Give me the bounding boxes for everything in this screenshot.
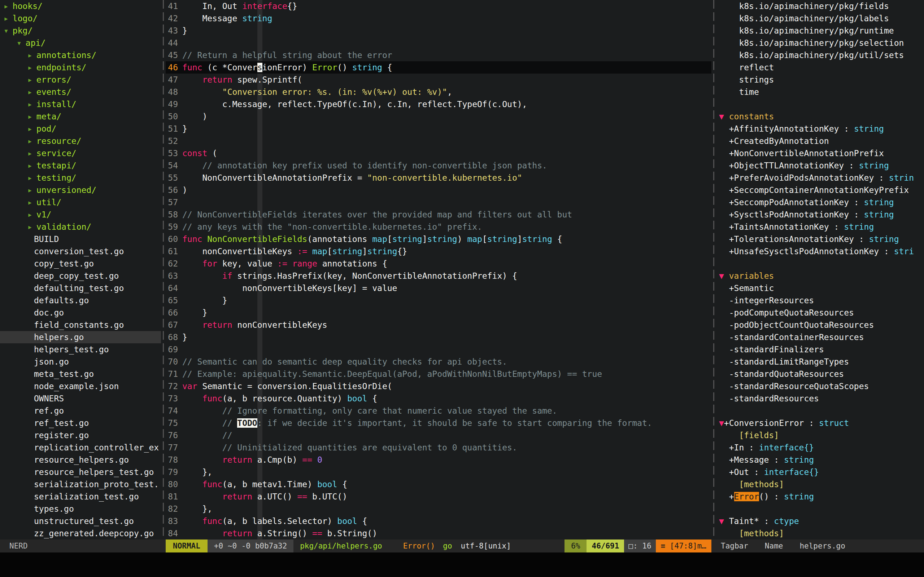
tree-file-copy_test.go[interactable]: copy_test.go: [0, 258, 161, 270]
tree-file-helpers_test.go[interactable]: helpers_test.go: [0, 343, 161, 356]
tree-file-defaulting_test.go[interactable]: defaulting_test.go: [0, 282, 161, 294]
tree-file-deep_copy_test.go[interactable]: deep_copy_test.go: [0, 270, 161, 282]
tree-dir-install[interactable]: ▸install/: [0, 98, 161, 110]
tag-row[interactable]: reflect: [716, 61, 924, 74]
tag-row[interactable]: +Error() : string: [716, 490, 924, 503]
tag-row[interactable]: k8s.io/apimachinery/pkg/runtime: [716, 24, 924, 37]
tag-row[interactable]: -integerResources: [716, 294, 924, 306]
tree-file-resource_helpers_test.go[interactable]: resource_helpers_test.go: [0, 466, 161, 478]
code-line-50[interactable]: 50 ): [166, 110, 711, 122]
code-line-75[interactable]: 75 // TODO: if we decide it's important,…: [166, 417, 711, 429]
tag-row[interactable]: +TolerationsAnnotationKey : string: [716, 233, 924, 245]
code-line-79[interactable]: 79 },: [166, 466, 711, 478]
fold-arrow-icon[interactable]: ▼: [719, 112, 724, 121]
tag-row[interactable]: ▼ Taint* : ctype: [716, 515, 924, 527]
tree-dir-errors[interactable]: ▸errors/: [0, 74, 161, 86]
tree-dir-testapi[interactable]: ▸testapi/: [0, 160, 161, 172]
tree-file-conversion_test.go[interactable]: conversion_test.go: [0, 245, 161, 258]
code-line-80[interactable]: 80 func(a, b metav1.Time) bool {: [166, 478, 711, 490]
code-line-56[interactable]: 56): [166, 184, 711, 196]
editor-pane[interactable]: 41 In, Out interface{}42 Message string4…: [166, 0, 711, 540]
tag-row[interactable]: +Out : interface{}: [716, 466, 924, 478]
expand-icon[interactable]: ▸: [3, 14, 9, 23]
tag-row[interactable]: +PreferAvoidPodsAnnotationKey : strin: [716, 172, 924, 184]
expand-icon[interactable]: ▸: [27, 210, 32, 219]
tree-file-helpers.go[interactable]: helpers.go: [0, 331, 161, 343]
tree-file-unstructured_test.go[interactable]: unstructured_test.go: [0, 515, 161, 527]
tag-row[interactable]: ▼+ConversionError : struct: [716, 417, 924, 429]
tree-file-serialization_test.go[interactable]: serialization_test.go: [0, 490, 161, 503]
tree-dir-unversioned[interactable]: ▸unversioned/: [0, 184, 161, 196]
tag-row[interactable]: [fields]: [716, 429, 924, 442]
expand-icon[interactable]: ▸: [27, 124, 32, 134]
tree-file-BUILD[interactable]: BUILD: [0, 233, 161, 245]
tree-dir-hooks[interactable]: ▸hooks/: [0, 0, 161, 12]
tree-file-ref.go[interactable]: ref.go: [0, 405, 161, 417]
code-line-47[interactable]: 47 return spew.Sprintf(: [166, 74, 711, 86]
tree-file-register.go[interactable]: register.go: [0, 429, 161, 442]
code-line-71[interactable]: 71// Example: apiequality.Semantic.DeepE…: [166, 368, 711, 380]
tree-dir-meta[interactable]: ▸meta/: [0, 110, 161, 122]
tree-dir-annotations[interactable]: ▸annotations/: [0, 49, 161, 61]
code-line-74[interactable]: 74 // Ignore formatting, only care that …: [166, 405, 711, 417]
code-line-57[interactable]: 57: [166, 196, 711, 208]
tree-file-node_example.json[interactable]: node_example.json: [0, 380, 161, 392]
code-line-67[interactable]: 67 return nonConvertibleKeys: [166, 319, 711, 331]
tree-file-field_constants.go[interactable]: field_constants.go: [0, 319, 161, 331]
code-line-63[interactable]: 63 if strings.HasPrefix(key, NonConverti…: [166, 270, 711, 282]
code-line-84[interactable]: 84 return a.String() == b.String(): [166, 527, 711, 540]
active-tag[interactable]: Error: [734, 492, 759, 501]
tree-file-serialization_proto_test.[interactable]: serialization_proto_test.: [0, 478, 161, 490]
tag-row[interactable]: ▼ constants: [716, 110, 924, 122]
tag-row[interactable]: +NonConvertibleAnnotationPrefix: [716, 147, 924, 160]
tag-row[interactable]: +TaintsAnnotationKey : string: [716, 221, 924, 233]
tree-dir-endpoints[interactable]: ▸endpoints/: [0, 61, 161, 74]
tree-file-defaults.go[interactable]: defaults.go: [0, 294, 161, 306]
tag-row[interactable]: -podObjectCountQuotaResources: [716, 319, 924, 331]
expand-icon[interactable]: ▸: [27, 50, 32, 60]
code-line-51[interactable]: 51}: [166, 122, 711, 135]
expand-icon[interactable]: ▸: [27, 222, 32, 232]
code-line-46[interactable]: 46func (c *ConversionError) Error() stri…: [166, 61, 711, 74]
fold-arrow-icon[interactable]: ▼: [719, 516, 724, 526]
tree-file-OWNERS[interactable]: OWNERS: [0, 392, 161, 405]
tag-row[interactable]: k8s.io/apimachinery/pkg/selection: [716, 37, 924, 49]
code-line-45[interactable]: 45// Return a helpful string about the e…: [166, 49, 711, 61]
tag-row[interactable]: +ObjectTTLAnnotationKey : string: [716, 160, 924, 172]
code-line-78[interactable]: 78 return a.Cmp(b) == 0: [166, 454, 711, 466]
code-line-48[interactable]: 48 "Conversion error: %s. (in: %v(%+v) o…: [166, 86, 711, 98]
code-line-53[interactable]: 53const (: [166, 147, 711, 160]
window-separator[interactable]: [161, 0, 166, 540]
code-line-49[interactable]: 49 c.Message, reflect.TypeOf(c.In), c.In…: [166, 98, 711, 110]
tag-row[interactable]: +SeccompContainerAnnotationKeyPrefix: [716, 184, 924, 196]
tag-row[interactable]: +AffinityAnnotationKey : string: [716, 122, 924, 135]
tree-file-zz_generated.deepcopy.go[interactable]: zz_generated.deepcopy.go: [0, 527, 161, 540]
code-line-65[interactable]: 65 }: [166, 294, 711, 306]
tag-row[interactable]: time: [716, 86, 924, 98]
expand-icon[interactable]: ▸: [27, 87, 32, 97]
tree-file-replication_controller_ex[interactable]: replication_controller_ex: [0, 442, 161, 454]
tree-file-json.go[interactable]: json.go: [0, 356, 161, 368]
tag-row[interactable]: [methods]: [716, 478, 924, 490]
code-line-66[interactable]: 66 }: [166, 306, 711, 319]
code-line-77[interactable]: 77 // Uninitialized quantities are equiv…: [166, 442, 711, 454]
expand-icon[interactable]: ▸: [27, 100, 32, 109]
tree-dir-pkg[interactable]: ▾pkg/: [0, 24, 161, 37]
code-line-82[interactable]: 82 },: [166, 503, 711, 515]
code-line-76[interactable]: 76 //: [166, 429, 711, 442]
command-line[interactable]: [0, 553, 924, 577]
expand-icon[interactable]: ▸: [27, 112, 32, 121]
code-line-43[interactable]: 43}: [166, 24, 711, 37]
tree-file-types.go[interactable]: types.go: [0, 503, 161, 515]
tag-row[interactable]: [methods]: [716, 527, 924, 540]
tree-file-resource_helpers.go[interactable]: resource_helpers.go: [0, 454, 161, 466]
code-line-44[interactable]: 44: [166, 37, 711, 49]
fold-arrow-icon[interactable]: ▼: [719, 418, 724, 428]
tag-row[interactable]: -standardResources: [716, 392, 924, 405]
tag-row[interactable]: -podComputeQuotaResources: [716, 306, 924, 319]
tag-row[interactable]: +UnsafeSysctlsPodAnnotationKey : stri: [716, 245, 924, 258]
window-separator[interactable]: [711, 0, 716, 540]
tag-row[interactable]: +SysctlsPodAnnotationKey : string: [716, 208, 924, 221]
code-line-55[interactable]: 55 NonConvertibleAnnotationPrefix = "non…: [166, 172, 711, 184]
code-line-54[interactable]: 54 // annotation key prefix used to iden…: [166, 160, 711, 172]
